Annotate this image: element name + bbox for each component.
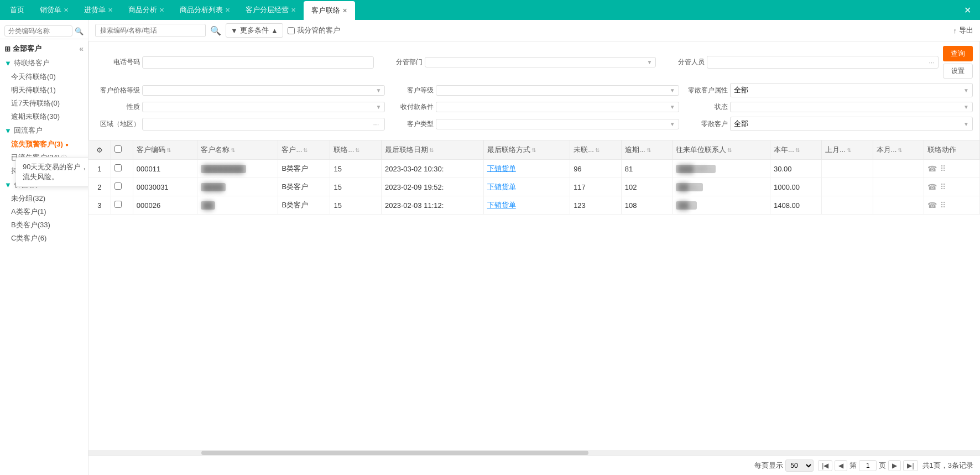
sidebar-section-pending[interactable]: ▼ 待联络客户: [0, 56, 88, 70]
settings-button[interactable]: 设置: [943, 64, 973, 79]
tab-sales[interactable]: 销货单 ✕: [32, 0, 76, 20]
my-customers-filter[interactable]: 我分管的客户: [288, 25, 340, 35]
sidebar-item-tomorrow-contact[interactable]: 明天待联络(1): [0, 83, 88, 97]
my-customers-checkbox[interactable]: [288, 27, 295, 34]
sidebar-item-7days-contact[interactable]: 近7天待联络(0): [0, 97, 88, 110]
sidebar-item-c-customers[interactable]: C类客户(6): [0, 232, 88, 245]
th-code[interactable]: 客户编码⇅: [133, 140, 197, 160]
table-row: 3 000026 ██ B类客户 15 2023-02-03 11:12: 下销…: [88, 196, 980, 215]
th-contact[interactable]: 联络...⇅: [330, 140, 382, 160]
tab-customer-segment[interactable]: 客户分层经营 ✕: [238, 0, 304, 20]
sidebar-item-overdue-contact[interactable]: 逾期未联络(30): [0, 110, 88, 123]
chevron-down-icon-2: ▼: [376, 87, 381, 93]
action-more-icon[interactable]: ⠿: [940, 182, 946, 191]
tab-product-analysis-close[interactable]: ✕: [159, 7, 164, 14]
filter-zero-attr-select[interactable]: 全部 ▼: [730, 83, 973, 97]
action-contact-icon[interactable]: ☎: [927, 201, 937, 210]
filter-customer-type-select[interactable]: ▼: [436, 119, 679, 129]
th-uncontacted[interactable]: 未联...⇅: [570, 140, 622, 160]
tab-product-analysis[interactable]: 商品分析 ✕: [121, 0, 172, 20]
th-name[interactable]: 客户名称⇅: [197, 140, 278, 160]
filter-price-level-label: 客户价格等级: [96, 86, 140, 95]
chevron-down-icon: ▼: [647, 59, 652, 65]
cell-action: ☎ ⠿: [924, 196, 980, 215]
action-more-icon[interactable]: ⠿: [940, 164, 946, 173]
next-page-button[interactable]: ▶: [888, 460, 901, 471]
query-button[interactable]: 查询: [943, 46, 973, 61]
per-page-select[interactable]: 50 100 200: [785, 460, 814, 472]
tab-home[interactable]: 首页: [2, 0, 32, 20]
filter-phone-input[interactable]: [142, 56, 374, 69]
th-this-month[interactable]: 本月...⇅: [873, 140, 924, 160]
sidebar-item-a-customers[interactable]: A类客户(1): [0, 205, 88, 218]
cell-last-contact-method[interactable]: 下销货单: [483, 160, 570, 178]
select-all-checkbox[interactable]: [114, 145, 122, 153]
sidebar-search-icon[interactable]: 🔍: [75, 27, 84, 35]
first-page-button[interactable]: |◀: [818, 460, 832, 471]
row-checkbox[interactable]: [114, 164, 122, 171]
th-last-contact-method[interactable]: 最后联络方式⇅: [483, 140, 570, 160]
cell-last-contact-method[interactable]: 下销货单: [483, 178, 570, 196]
cell-last-contact-method[interactable]: 下销货单: [483, 196, 570, 215]
tab-sales-close[interactable]: ✕: [64, 7, 69, 14]
horizontal-scrollbar[interactable]: [88, 450, 980, 456]
close-all-tabs-button[interactable]: ✕: [964, 5, 978, 15]
cell-checkbox[interactable]: [111, 178, 133, 196]
filter-zero-customer-select[interactable]: 全部 ▼: [730, 117, 973, 131]
action-more-icon[interactable]: ⠿: [940, 201, 946, 210]
sidebar-item-warning-customers[interactable]: 流失预警客户(3) ●: [0, 138, 88, 151]
contact-method-link[interactable]: 下销货单: [487, 182, 516, 191]
filter-price-level-select[interactable]: ▼: [142, 85, 385, 96]
filter-search-input[interactable]: [95, 24, 206, 37]
cell-checkbox[interactable]: [111, 160, 133, 178]
cell-type: B类客户: [278, 178, 330, 196]
filter-payment-select[interactable]: ▼: [436, 102, 679, 112]
action-contact-icon[interactable]: ☎: [927, 182, 937, 191]
th-this-year[interactable]: 本年...⇅: [770, 140, 821, 160]
filter-customer-level-select[interactable]: ▼: [436, 85, 679, 96]
th-last-month[interactable]: 上月...⇅: [821, 140, 873, 160]
filter-more-conditions-button[interactable]: ▼ 更多条件 ▲: [226, 23, 283, 38]
th-overdue[interactable]: 逾期...⇅: [621, 140, 673, 160]
row-checkbox[interactable]: [114, 182, 122, 190]
collapse-icon[interactable]: «: [79, 44, 84, 53]
action-contact-icon[interactable]: ☎: [927, 164, 937, 173]
prev-page-button[interactable]: ◀: [835, 460, 847, 471]
cell-checkbox[interactable]: [111, 196, 133, 215]
sidebar-section-lost[interactable]: ▼ 回流客户: [0, 123, 88, 138]
th-settings[interactable]: ⚙: [88, 140, 111, 160]
sidebar-search-input[interactable]: [4, 25, 72, 36]
cell-overdue: 81: [621, 160, 673, 178]
filter-status-select[interactable]: ▼: [730, 102, 973, 112]
tab-product-analysis-list-close[interactable]: ✕: [225, 7, 230, 14]
sidebar-item-b-customers[interactable]: B类客户(33): [0, 218, 88, 232]
tab-product-analysis-list[interactable]: 商品分析列表 ✕: [172, 0, 238, 20]
cell-no: 1: [88, 160, 111, 178]
filter-zero-customer: 零散客户 全部 ▼: [684, 117, 973, 131]
tab-customer-contact[interactable]: 客户联络 ✕: [304, 1, 355, 20]
filter-region-select[interactable]: ···: [142, 118, 385, 131]
th-type[interactable]: 客户...⇅: [278, 140, 330, 160]
th-unit-contacts[interactable]: 往来单位联系人⇅: [673, 140, 770, 160]
filter-gender-select[interactable]: ▼: [142, 102, 385, 112]
filter-dept-select[interactable]: ▼: [425, 57, 656, 67]
page-number-input[interactable]: [859, 460, 877, 471]
contact-method-link[interactable]: 下销货单: [487, 164, 516, 173]
cell-name: ██: [197, 196, 278, 215]
sidebar-item-today-contact[interactable]: 今天待联络(0): [0, 70, 88, 83]
filter-search-button[interactable]: 🔍: [210, 25, 221, 36]
row-checkbox[interactable]: [114, 201, 122, 208]
tab-customer-contact-close[interactable]: ✕: [342, 7, 347, 14]
sidebar-item-unassigned[interactable]: 未分组(32): [0, 192, 88, 205]
sidebar-all-customers[interactable]: ⊞ 全部客户 «: [0, 41, 88, 56]
th-checkbox[interactable]: [111, 140, 133, 160]
tab-purchase-close[interactable]: ✕: [108, 7, 113, 14]
th-last-contact-date[interactable]: 最后联络日期⇅: [382, 140, 484, 160]
scrollbar-thumb[interactable]: [201, 451, 588, 455]
tab-purchase[interactable]: 进货单 ✕: [76, 0, 121, 20]
export-button[interactable]: ↑ 导出: [953, 25, 974, 35]
last-page-button[interactable]: ▶|: [903, 460, 918, 471]
filter-person-select[interactable]: ···: [707, 56, 939, 69]
tab-customer-segment-close[interactable]: ✕: [291, 7, 296, 14]
contact-method-link[interactable]: 下销货单: [487, 201, 516, 209]
